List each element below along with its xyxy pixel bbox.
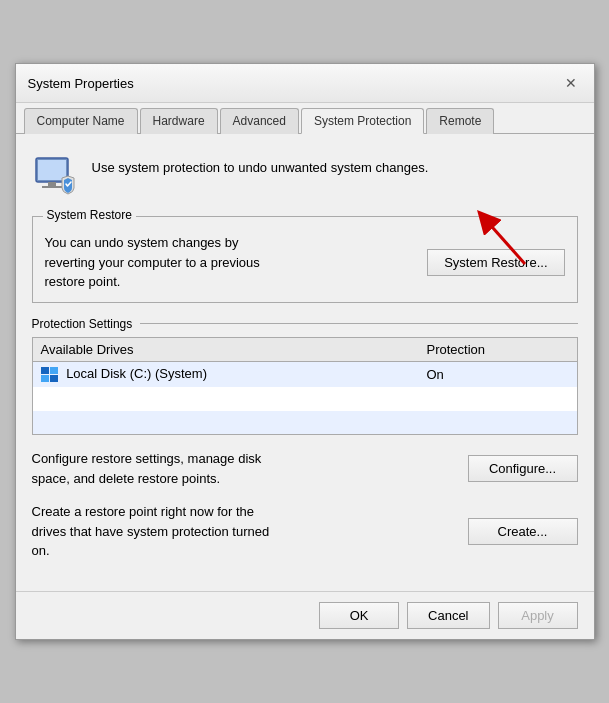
svg-rect-1 <box>38 160 66 180</box>
cancel-button[interactable]: Cancel <box>407 602 489 629</box>
system-restore-content: You can undo system changes by reverting… <box>45 227 565 292</box>
title-bar: System Properties ✕ <box>16 64 594 103</box>
system-properties-dialog: System Properties ✕ Computer Name Hardwa… <box>15 63 595 639</box>
col-protection: Protection <box>418 337 577 361</box>
table-row[interactable]: Local Disk (C:) (System) On <box>32 361 577 386</box>
create-description: Create a restore point right now for the… <box>32 502 272 561</box>
drive-name-cell: Local Disk (C:) (System) <box>32 361 418 386</box>
close-button[interactable]: ✕ <box>560 72 582 94</box>
drives-table: Available Drives Protection <box>32 337 578 435</box>
drive-protection-cell: On <box>418 361 577 386</box>
configure-description: Configure restore settings, manage disk … <box>32 449 272 488</box>
info-text: Use system protection to undo unwanted s… <box>92 150 429 178</box>
table-empty-row2 <box>32 411 577 435</box>
dialog-footer: OK Cancel Apply <box>16 591 594 639</box>
red-arrow-annotation <box>455 199 535 269</box>
create-button[interactable]: Create... <box>468 518 578 545</box>
create-row: Create a restore point right now for the… <box>32 502 578 561</box>
svg-rect-2 <box>48 182 56 186</box>
info-row: Use system protection to undo unwanted s… <box>32 150 578 198</box>
svg-rect-4 <box>41 367 49 374</box>
svg-rect-7 <box>50 375 58 382</box>
arrow-container: System Restore... <box>427 249 564 276</box>
tab-system-protection[interactable]: System Protection <box>301 108 424 134</box>
tab-remote[interactable]: Remote <box>426 108 494 134</box>
svg-rect-6 <box>41 375 49 382</box>
table-empty-row1 <box>32 387 577 411</box>
system-restore-button[interactable]: System Restore... <box>427 249 564 276</box>
protection-settings-section: Protection Settings Available Drives Pro… <box>32 317 578 435</box>
tab-computer-name[interactable]: Computer Name <box>24 108 138 134</box>
col-available-drives: Available Drives <box>32 337 418 361</box>
window-title: System Properties <box>28 76 134 91</box>
apply-button[interactable]: Apply <box>498 602 578 629</box>
configure-button[interactable]: Configure... <box>468 455 578 482</box>
protection-settings-legend: Protection Settings <box>32 317 578 331</box>
system-restore-legend: System Restore <box>43 208 136 222</box>
system-restore-section: System Restore You can undo system chang… <box>32 216 578 303</box>
system-protection-icon <box>32 150 80 198</box>
tabs-bar: Computer Name Hardware Advanced System P… <box>16 103 594 134</box>
dialog-content: Use system protection to undo unwanted s… <box>16 134 594 590</box>
tab-hardware[interactable]: Hardware <box>140 108 218 134</box>
tab-advanced[interactable]: Advanced <box>220 108 299 134</box>
configure-row: Configure restore settings, manage disk … <box>32 449 578 488</box>
svg-rect-3 <box>42 186 62 188</box>
svg-rect-5 <box>50 367 58 374</box>
drive-icon <box>41 367 59 383</box>
ok-button[interactable]: OK <box>319 602 399 629</box>
system-restore-description: You can undo system changes by reverting… <box>45 233 265 292</box>
drives-table-header: Available Drives Protection <box>32 337 577 361</box>
